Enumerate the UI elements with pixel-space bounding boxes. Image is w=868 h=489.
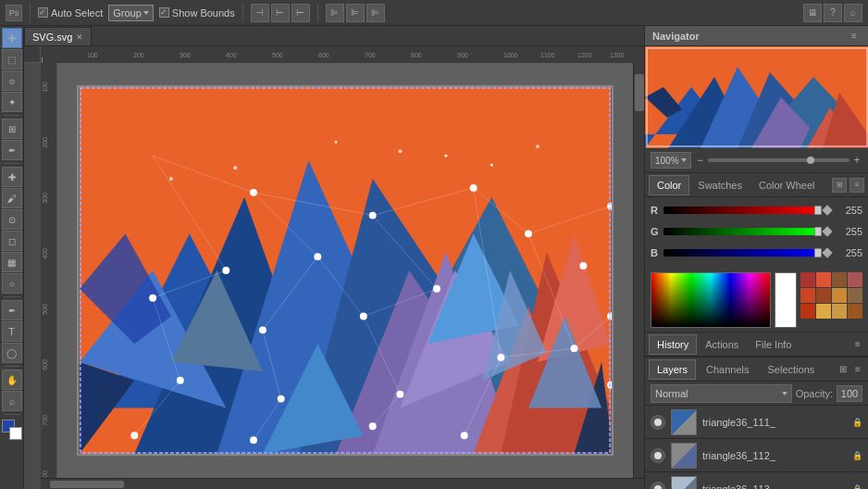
- g-slider[interactable]: [663, 228, 820, 235]
- navigator-section: Navigator ≡: [645, 26, 868, 173]
- tab-file-info[interactable]: File Info: [747, 334, 800, 355]
- dist-right-btn[interactable]: ⊫: [366, 4, 385, 22]
- eraser-tool-btn[interactable]: ◻: [2, 231, 22, 251]
- swatch-tan[interactable]: [848, 288, 862, 303]
- layers-grid-btn[interactable]: ⊞: [837, 363, 849, 376]
- swatch-sienna[interactable]: [848, 304, 862, 319]
- right-panel: Navigator ≡: [644, 26, 868, 489]
- zoom-slider[interactable]: [708, 158, 849, 162]
- heal-tool-btn[interactable]: ✚: [2, 167, 22, 187]
- move-tool-btn[interactable]: ✛: [2, 28, 22, 48]
- g-slider-thumb[interactable]: [814, 227, 822, 236]
- ruler-corner: [24, 46, 41, 63]
- toolbar-sep-2: [242, 4, 243, 22]
- layer-item-0[interactable]: triangle36_111_ 🔒: [645, 406, 868, 439]
- swatch-orange[interactable]: [832, 288, 847, 303]
- r-slider-thumb[interactable]: [814, 206, 822, 215]
- swatch-brown[interactable]: [832, 272, 847, 287]
- color-gradient[interactable]: [651, 272, 771, 328]
- fg-bg-colors[interactable]: [2, 420, 22, 440]
- scrollbar-thumb-v[interactable]: [635, 74, 644, 111]
- color-panel-grid-btn[interactable]: ⊞: [832, 178, 847, 193]
- color-panel-menu-btn[interactable]: ≡: [849, 178, 864, 193]
- scrollbar-thumb-h[interactable]: [50, 481, 124, 488]
- layer-visibility-1[interactable]: [651, 448, 665, 463]
- lasso-tool-btn[interactable]: ⌾: [2, 70, 22, 91]
- b-slider[interactable]: [663, 249, 820, 257]
- show-bounds-checkbox[interactable]: [159, 7, 169, 18]
- canvas-tab-svg[interactable]: SVG.svg ✕: [24, 27, 92, 45]
- gradient-tool-btn[interactable]: ▦: [2, 252, 22, 272]
- search-btn[interactable]: ⌕: [844, 4, 862, 22]
- b-slider-thumb[interactable]: [814, 248, 822, 257]
- canvas-content[interactable]: [77, 85, 614, 456]
- select-tool-btn[interactable]: ⬚: [2, 49, 22, 69]
- navigator-menu-btn[interactable]: ≡: [848, 30, 861, 43]
- dodge-tool-btn[interactable]: ○: [2, 273, 22, 294]
- auto-select-checkbox[interactable]: [38, 7, 48, 18]
- eyedropper-btn[interactable]: ✒: [2, 140, 22, 160]
- dist-left-btn[interactable]: ⊫: [326, 4, 344, 22]
- swatch-gold[interactable]: [816, 304, 831, 319]
- tab-history[interactable]: History: [649, 334, 697, 355]
- swatch-orange-dark[interactable]: [816, 272, 831, 287]
- swatch-mauve[interactable]: [848, 272, 862, 287]
- swatch-brown-red[interactable]: [816, 288, 831, 303]
- zoom-dropdown[interactable]: 100%: [651, 152, 691, 169]
- swatch-red[interactable]: [800, 288, 815, 303]
- tab-selections[interactable]: Selections: [760, 359, 824, 380]
- zoom-minus-btn[interactable]: −: [695, 155, 706, 166]
- color-box-white[interactable]: [775, 272, 797, 328]
- layer-visibility-0[interactable]: [651, 415, 665, 430]
- toolbar-sep-3: [317, 4, 318, 22]
- tab-close-btn[interactable]: ✕: [76, 32, 83, 42]
- dist-center-btn[interactable]: ⊫: [346, 4, 365, 22]
- bg-color[interactable]: [9, 427, 22, 440]
- zoom-slider-thumb[interactable]: [807, 157, 814, 164]
- swatch-amber[interactable]: [832, 304, 847, 319]
- blend-mode-dropdown[interactable]: Normal: [651, 384, 792, 403]
- swatch-red-dark[interactable]: [800, 272, 815, 287]
- crop-tool-btn[interactable]: ⊞: [2, 119, 22, 139]
- tool-sep-4: [4, 366, 20, 367]
- align-left-btn[interactable]: ⊣: [251, 4, 269, 22]
- text-tool-btn[interactable]: T: [2, 321, 22, 342]
- canvas-scrollbar-horizontal[interactable]: [41, 478, 644, 489]
- help-btn[interactable]: ?: [824, 4, 842, 22]
- group-dropdown[interactable]: Group: [108, 5, 154, 21]
- layer-item-1[interactable]: triangle36_112_ 🔒: [645, 439, 868, 472]
- tab-swatches[interactable]: Swatches: [689, 175, 750, 195]
- clone-tool-btn[interactable]: ⊙: [2, 209, 22, 230]
- opacity-input[interactable]: 100: [837, 385, 862, 402]
- layer-item-2[interactable]: triangle36_113_ 🔒: [645, 472, 868, 489]
- monitor-icon-btn[interactable]: 🖥: [803, 4, 822, 22]
- tool-sep-2: [4, 163, 20, 164]
- auto-select-label: Auto Select: [51, 7, 103, 19]
- magic-wand-btn[interactable]: ✦: [2, 92, 22, 112]
- svg-point-74: [398, 149, 402, 153]
- brush-tool-btn[interactable]: 🖌: [2, 188, 22, 208]
- tab-color[interactable]: Color: [649, 175, 689, 195]
- canvas-area: SVG.svg ✕ 100 200 300 400 500 600 700 80…: [24, 26, 644, 489]
- tab-color-wheel[interactable]: Color Wheel: [750, 175, 824, 195]
- canvas-scrollbar-vertical[interactable]: [633, 63, 644, 478]
- color-picker-area: [645, 269, 868, 332]
- align-right-btn[interactable]: ⊢: [291, 4, 310, 22]
- shape-tool-btn[interactable]: ◯: [2, 343, 22, 363]
- pen-tool-btn[interactable]: ✒: [2, 300, 22, 320]
- layer-name-1: triangle36_112_: [702, 450, 847, 461]
- ruler-tick-200: 200: [133, 52, 144, 58]
- layer-visibility-2[interactable]: [651, 482, 665, 490]
- layers-menu-btn[interactable]: ≡: [851, 363, 864, 376]
- tab-channels[interactable]: Channels: [698, 359, 757, 380]
- zoom-plus-btn[interactable]: +: [851, 155, 862, 166]
- r-slider[interactable]: [663, 207, 820, 214]
- hand-tool-btn[interactable]: ✋: [2, 370, 22, 390]
- history-panel-menu-btn[interactable]: ≡: [851, 338, 864, 351]
- swatch-crimson[interactable]: [800, 304, 815, 319]
- tab-actions[interactable]: Actions: [697, 334, 747, 355]
- tab-layers[interactable]: Layers: [649, 359, 696, 380]
- transform-icons: ⊣ ⊢ ⊢: [251, 4, 310, 22]
- align-center-h-btn[interactable]: ⊢: [271, 4, 290, 22]
- zoom-tool-btn[interactable]: ⌕: [2, 391, 22, 411]
